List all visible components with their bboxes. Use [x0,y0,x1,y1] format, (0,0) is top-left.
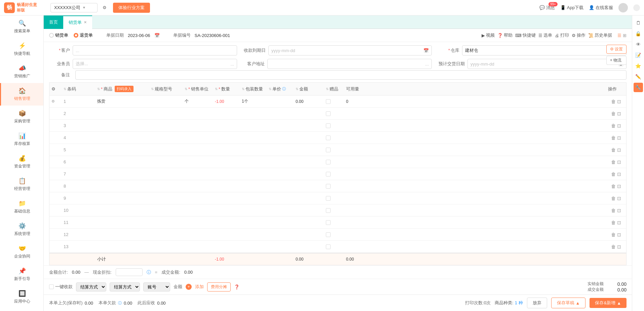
trial-button[interactable]: 体验行业方案 [113,3,150,13]
sidebar-item-newbie[interactable]: 📌 新手引导 [0,263,43,286]
delete-row-8-btn[interactable]: 🗑 [611,184,616,189]
company-selector[interactable]: XXXXXX公司 ▼ [50,3,98,12]
delete-row-4-btn[interactable]: 🗑 [611,135,616,141]
discount-input[interactable] [116,268,143,276]
sidebar-item-purchase[interactable]: 📦 采购管理 [0,106,43,128]
expense-info-icon[interactable]: ❓ [234,284,239,289]
delivery-date-input[interactable]: yyyy-mm-dd 📅 [467,59,627,69]
right-tool-edit[interactable]: 📝 [634,50,643,60]
sidebar-item-quicknav[interactable]: ⚡ 快捷导航 [0,38,43,61]
tab-sales-order[interactable]: 销货单 ✕ [63,15,92,29]
salesperson-input[interactable]: 选择... ... [73,59,237,69]
due-date-input[interactable]: yyyy-mm-dd 📅 [268,45,432,55]
gift-checkbox-1[interactable] [326,99,331,104]
setting-button[interactable]: ⚙ 设置 [606,45,627,54]
avatar[interactable] [618,3,628,12]
copy-row-5-btn[interactable]: ⊡ [617,147,621,153]
td-pkgqty-1[interactable]: 1个 [240,99,267,104]
due-date-calendar-icon[interactable]: 📅 [423,48,429,53]
right-tool-star[interactable]: ⭐ [634,61,643,71]
view-list-icon[interactable]: ☰ [617,33,621,38]
scan-button[interactable]: 扫码录入 [115,86,134,92]
sidebar-item-finance[interactable]: 💰 资金管理 [0,151,43,173]
tab-home[interactable]: 首页 [44,15,63,29]
view-grid-icon[interactable]: ⊞ [623,33,627,38]
sidebar-item-marketing[interactable]: 📣 营销推广 [0,61,43,83]
sidebar-item-inventory[interactable]: 📊 库存核算 [0,128,43,151]
copy-row-8-btn[interactable]: ⊡ [617,184,621,189]
payment-method-select2[interactable]: 结算方式 [110,282,140,291]
delete-row-3-btn[interactable]: 🗑 [611,123,616,128]
td-unit-1[interactable]: 个 [183,99,213,104]
discount-info-icon[interactable]: ⓘ [147,269,151,275]
warehouse-input[interactable]: 建材仓 ... [462,45,627,55]
delete-row-10-btn[interactable]: 🗑 [611,208,616,213]
customer-addr-input[interactable]: ... [267,59,432,69]
td-gift-3[interactable] [324,123,344,128]
right-tool-view[interactable]: 👁 [634,40,643,49]
price-info-icon[interactable]: ⓘ [282,86,286,91]
sidebar-item-search[interactable]: 🔍 搜索菜单 [0,15,43,38]
delete-row-11-btn[interactable]: 🗑 [611,220,616,225]
copy-row-2-btn[interactable]: ⊡ [617,111,621,116]
td-gift-2[interactable] [324,111,344,116]
action-help-btn[interactable]: ❓ 帮助 [497,32,513,38]
action-select-btn[interactable]: ☰ 选单 [538,32,552,38]
avatar-dropdown[interactable] [633,4,640,11]
radio-return[interactable]: 退货单 [74,32,93,38]
radio-sale[interactable]: 销货单 [49,32,68,38]
overdue-info-icon[interactable]: ⓘ [118,301,122,306]
expense-button[interactable]: 费用分摊 [207,282,231,291]
copy-row-12-btn[interactable]: ⊡ [617,232,621,237]
notes-input[interactable] [75,70,627,80]
copy-row-13-btn[interactable]: ⊡ [617,244,621,249]
right-tool-pencil[interactable]: ✏️ [634,72,643,81]
payment-checkbox[interactable] [49,284,54,289]
gear-header-icon[interactable]: ⚙ [51,86,55,91]
tab-close-icon[interactable]: ✕ [84,20,87,25]
td-product-1[interactable]: 拣货 [95,99,149,104]
copy-row-9-btn[interactable]: ⊡ [617,196,621,201]
draft-button[interactable]: 保存草稿 ▲ [551,298,586,308]
right-tool-note[interactable]: 🗒 [634,18,643,28]
message-button[interactable]: 💬 消息 99+ [539,5,555,11]
sidebar-item-basic[interactable]: 📁 基础信息 [0,196,43,218]
one-click-payment-checkbox[interactable]: 一键收款 [49,284,73,290]
gift-checkbox-3[interactable] [326,123,331,128]
copy-row-1-btn[interactable]: ⊡ [617,99,621,104]
save-new-button[interactable]: 保存&新增 ▲ [590,298,627,308]
action-video-btn[interactable]: ▶ 视频 [482,32,495,38]
copy-row-4-btn[interactable]: ⊡ [617,135,621,141]
calendar-icon[interactable]: 📅 [154,33,160,38]
sidebar-item-sales[interactable]: 🏠 销售管理 [0,83,43,106]
delete-row-13-btn[interactable]: 🗑 [611,244,616,249]
goods-type-value[interactable]: 1 种 [515,300,523,306]
action-print-btn[interactable]: 🖨 打印 [555,32,569,38]
delete-row-7-btn[interactable]: 🗑 [611,171,616,177]
copy-row-11-btn[interactable]: ⊡ [617,220,621,225]
sidebar-item-wechat[interactable]: 💬 企业微信 [0,308,43,311]
sidebar-item-appcenter[interactable]: 🔲 应用中心 [0,286,43,308]
sidebar-item-management[interactable]: 📋 经营管理 [0,173,43,196]
account-select[interactable]: 账号 [143,282,170,291]
delete-row-2-btn[interactable]: 🗑 [611,111,616,116]
online-service-button[interactable]: 👤 在线客服 [589,5,613,11]
customer-input[interactable]: ... [73,45,237,55]
copy-row-10-btn[interactable]: ⊡ [617,208,621,213]
td-amount-1[interactable]: 0.00 [294,99,324,104]
add-payment-button[interactable]: + [186,284,192,290]
delete-row-12-btn[interactable]: 🗑 [611,232,616,237]
right-tool-orange[interactable]: 🔧 [634,83,643,92]
action-operate-btn[interactable]: ⚙ 操作 [572,32,585,38]
gift-checkbox-2[interactable] [326,111,331,116]
app-download-button[interactable]: 📱 App下载 [560,5,583,11]
action-shortcut-btn[interactable]: ⌨ 快捷键 [515,32,536,38]
delete-row-5-btn[interactable]: 🗑 [611,147,616,153]
payment-method-select[interactable]: 结算方式 [76,282,106,291]
td-qty-1[interactable]: -1.00 [213,99,240,104]
discard-button[interactable]: 放弃 [527,298,547,308]
right-tool-lock[interactable]: 🔒 [634,29,643,38]
copy-row-7-btn[interactable]: ⊡ [617,171,621,177]
logistics-button[interactable]: + 物流 [606,56,627,65]
copy-row-3-btn[interactable]: ⊡ [617,123,621,128]
